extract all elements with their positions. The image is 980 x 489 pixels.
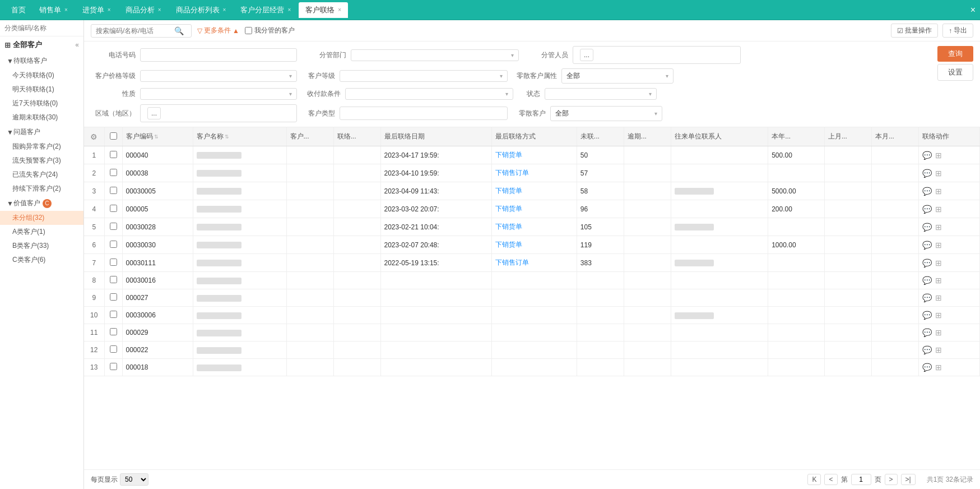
grid-action-icon[interactable]: ⊞ (935, 276, 942, 285)
close-icon[interactable]: × (108, 7, 111, 13)
more-icon[interactable]: ... (147, 107, 161, 119)
tab-product-analysis[interactable]: 商品分析 × (119, 2, 168, 18)
more-conditions-button[interactable]: ▽ 更多条件 ▲ (197, 26, 239, 35)
sidebar-item-class-c[interactable]: C类客户(6) (0, 253, 83, 267)
contact-method-link[interactable]: 下销货单 (495, 187, 522, 195)
row-check[interactable] (110, 276, 117, 283)
row-checkbox[interactable] (104, 182, 122, 200)
row-checkbox[interactable] (104, 272, 122, 289)
page-size-select[interactable]: 50 20 100 (120, 473, 148, 486)
retail-select[interactable]: 全部 ▾ (550, 106, 662, 121)
message-icon[interactable]: 💬 (922, 293, 932, 302)
cust-grade-select[interactable]: ▾ (340, 70, 508, 82)
row-check[interactable] (110, 328, 117, 335)
row-checkbox[interactable] (104, 254, 122, 272)
sidebar-item-churned[interactable]: 已流失客户(24) (0, 168, 83, 182)
dept-select[interactable]: ▾ (351, 49, 519, 61)
row-checkbox[interactable] (104, 236, 122, 254)
message-icon[interactable]: 💬 (922, 328, 932, 337)
grid-action-icon[interactable]: ⊞ (935, 151, 942, 160)
contact-method-link[interactable]: 下销售订单 (495, 259, 529, 266)
grid-action-icon[interactable]: ⊞ (935, 169, 942, 178)
close-icon[interactable]: × (158, 7, 161, 13)
row-check[interactable] (110, 187, 117, 194)
sidebar-item-class-a[interactable]: A类客户(1) (0, 225, 83, 239)
collapse-icon[interactable]: « (75, 41, 79, 49)
close-icon[interactable]: × (287, 7, 291, 13)
row-checkbox[interactable] (104, 342, 122, 359)
sidebar-group-value-customers[interactable]: ▼ 价值客户 C (0, 196, 83, 211)
tab-customer-contact[interactable]: 客户联络 × (299, 2, 348, 18)
row-check[interactable] (110, 311, 117, 318)
region-select[interactable]: ... (140, 104, 297, 122)
tab-purchase-order[interactable]: 进货单 × (76, 2, 118, 18)
contact-method-link[interactable]: 下销货单 (495, 205, 522, 213)
contact-method-link[interactable]: 下销货单 (495, 223, 522, 230)
all-customers-title[interactable]: ⊞ 全部客户 « (0, 36, 83, 53)
row-checkbox[interactable] (104, 146, 122, 164)
row-check[interactable] (110, 223, 117, 230)
sidebar-item-7days-pending[interactable]: 近7天待联络(0) (0, 96, 83, 110)
first-page-button[interactable]: K (807, 474, 821, 485)
message-icon[interactable]: 💬 (922, 259, 932, 267)
grid-action-icon[interactable]: ⊞ (935, 259, 942, 267)
grid-action-icon[interactable]: ⊞ (935, 205, 942, 214)
row-checkbox[interactable] (104, 307, 122, 324)
grid-action-icon[interactable]: ⊞ (935, 293, 942, 302)
sidebar-item-ungrouped[interactable]: 未分组(32) (0, 211, 83, 225)
grid-action-icon[interactable]: ⊞ (935, 328, 942, 337)
phone-input[interactable] (140, 48, 297, 62)
prev-page-button[interactable]: < (824, 474, 837, 485)
close-icon[interactable]: × (223, 7, 226, 13)
sidebar-item-hoarding-abnormal[interactable]: 囤购异常客户(2) (0, 140, 83, 154)
contact-method-link[interactable]: 下销货单 (495, 241, 522, 248)
message-icon[interactable]: 💬 (922, 169, 932, 178)
sidebar-item-tomorrow-pending[interactable]: 明天待联络(1) (0, 82, 83, 96)
batch-operations-button[interactable]: ☑ 批量操作 (891, 24, 938, 38)
row-check[interactable] (110, 205, 117, 212)
message-icon[interactable]: 💬 (922, 276, 932, 285)
row-check[interactable] (110, 293, 117, 301)
tab-customer-segment[interactable]: 客户分层经营 × (234, 2, 298, 18)
row-checkbox[interactable] (104, 200, 122, 218)
status-select[interactable]: ▾ (545, 88, 657, 100)
grid-action-icon[interactable]: ⊞ (935, 187, 942, 196)
message-icon[interactable]: 💬 (922, 205, 932, 214)
contact-method-link[interactable]: 下销售订单 (495, 169, 529, 177)
tab-product-analysis-list[interactable]: 商品分析列表 × (169, 2, 233, 18)
close-icon[interactable]: × (64, 7, 68, 13)
contact-method-link[interactable]: 下销货单 (495, 151, 522, 159)
row-checkbox[interactable] (104, 218, 122, 236)
sidebar-item-declining[interactable]: 持续下滑客户(2) (0, 182, 83, 196)
row-checkbox[interactable] (104, 164, 122, 182)
sidebar-item-class-b[interactable]: B类客户(33) (0, 239, 83, 253)
main-search-icon[interactable]: 🔍 (174, 26, 184, 35)
message-icon[interactable]: 💬 (922, 241, 932, 250)
row-check[interactable] (110, 169, 117, 176)
page-number-input[interactable] (851, 474, 871, 485)
category-search-input[interactable] (4, 24, 84, 32)
message-icon[interactable]: 💬 (922, 311, 932, 320)
cust-type-input[interactable] (340, 107, 508, 120)
my-customers-checkbox[interactable]: 我分管的客户 (245, 26, 295, 35)
tab-sales-order[interactable]: 销售单 × (32, 2, 75, 18)
retail-attr-select[interactable]: 全部 ▾ (561, 68, 674, 84)
grid-action-icon[interactable]: ⊞ (935, 241, 942, 250)
reset-button[interactable]: 设置 (937, 64, 973, 81)
payment-select[interactable]: ▾ (345, 88, 513, 100)
grid-action-icon[interactable]: ⊞ (935, 345, 942, 354)
next-page-button[interactable]: > (885, 474, 898, 485)
message-icon[interactable]: 💬 (922, 345, 932, 354)
row-check[interactable] (110, 345, 117, 353)
message-icon[interactable]: 💬 (922, 187, 932, 196)
select-all-checkbox[interactable] (110, 132, 117, 140)
sidebar-item-overdue-contact[interactable]: 逾期未联络(30) (0, 110, 83, 124)
sidebar-group-problem-customers[interactable]: ▼ 问题客户 (0, 124, 83, 140)
export-button[interactable]: ↑ 导出 (942, 24, 973, 38)
message-icon[interactable]: 💬 (922, 151, 932, 160)
settings-icon[interactable]: ⚙ (90, 132, 97, 141)
price-grade-select[interactable]: ▾ (140, 70, 297, 82)
row-checkbox[interactable] (104, 289, 122, 307)
my-customers-check[interactable] (245, 27, 252, 34)
row-check[interactable] (110, 241, 117, 248)
